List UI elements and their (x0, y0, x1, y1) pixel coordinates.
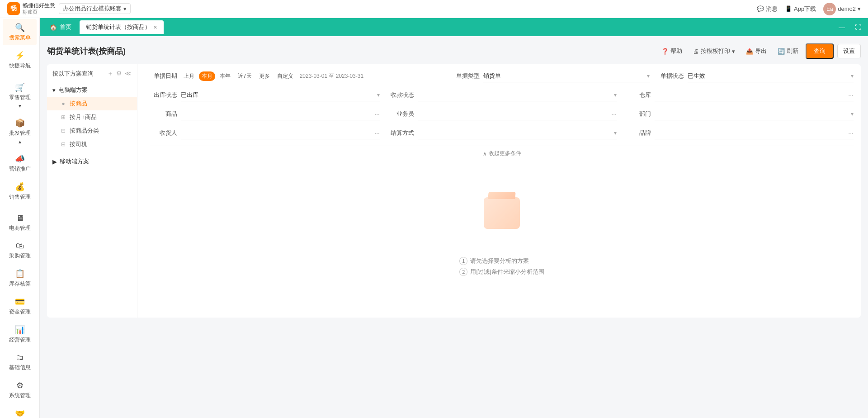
sidebar-item-basic[interactable]: 🗂 基础信息 (3, 349, 37, 375)
sidebar-item-enterprise[interactable]: 🤝 企业协同 (3, 405, 37, 418)
user-chevron-icon: ▾ (858, 5, 861, 12)
basic-icon: 🗂 (16, 353, 24, 362)
sidebar-item-finance[interactable]: 💳 资金管理 (3, 293, 37, 319)
date-tabs: 上月 本月 本年 近7天 更多 自定义 (181, 71, 296, 81)
empty-step-2: 2 用[过滤]条件来缩小分析范围 (459, 268, 544, 276)
filter-salesman-control[interactable]: ··· (418, 108, 617, 120)
sidebar-item-operations[interactable]: 📊 经营管理 (3, 321, 37, 347)
filter-outstatus-label: 出库状态 (150, 91, 177, 99)
export-label: 导出 (755, 47, 767, 55)
empty-state: 1 请先选择要分析的方案 2 用[过滤]条件来缩小分析范围 (150, 161, 854, 312)
mobile-expand-icon: ▶ (52, 158, 57, 165)
date-tab-more[interactable]: 更多 (256, 71, 273, 81)
retail-icon: 🛒 (15, 82, 25, 92)
sidebar-item-purchase[interactable]: 🛍 采购管理 (3, 238, 37, 263)
logo-sub: 标账页 (23, 9, 55, 15)
retail-expand-icon: ▾ (19, 103, 21, 109)
tab-close-icon[interactable]: ✕ (153, 24, 157, 30)
sidebar-item-marketing[interactable]: 📣 营销推广 (3, 150, 37, 176)
empty-box-illustration (484, 197, 520, 229)
sales-icon: 💰 (15, 182, 25, 192)
mobile-group-label: 移动端方案 (60, 157, 89, 166)
step-2-text: 用[过滤]条件来缩小分析范围 (470, 268, 544, 276)
sidebar-item-retail[interactable]: 🛒 零售管理 ▾ (3, 79, 37, 113)
filter-row-3: 商品 ··· 业务员 ··· 部门 (150, 108, 854, 120)
filter-warehouse-control[interactable]: ··· (655, 89, 854, 101)
filter-doctype-value: 销货单 (483, 72, 501, 80)
page-title: 销货单统计表(按商品) (47, 46, 126, 57)
help-icon: ❓ (661, 48, 669, 55)
goods-dots-icon[interactable]: ··· (374, 110, 380, 118)
filter-brand-label: 品牌 (624, 129, 651, 137)
query-btn[interactable]: 查询 (806, 43, 834, 59)
filter-recipient-control[interactable]: ··· (181, 127, 380, 139)
tab-minimize-icon[interactable]: — (835, 21, 848, 33)
filter-recvstatus-control[interactable]: ▾ (418, 89, 617, 101)
username: demo2 (838, 5, 856, 12)
sidebar-item-search[interactable]: 🔍 搜索菜单 (3, 19, 37, 45)
sidebar-search-label: 搜索菜单 (9, 34, 31, 42)
sidebar-item-system[interactable]: ⚙ 系统管理 (3, 377, 37, 403)
settings-btn[interactable]: 设置 (837, 44, 861, 58)
filter-row-4: 收货人 ··· 结算方式 ▾ 品牌 (150, 127, 854, 139)
filter-outstatus-field: 出库状态 已出库 ▾ (150, 89, 380, 101)
warehouse-dots-icon[interactable]: ··· (848, 91, 854, 99)
filter-goods-label: 商品 (150, 110, 177, 118)
sidebar-purchase-label: 采购管理 (9, 252, 31, 260)
recipient-dots-icon[interactable]: ··· (374, 129, 380, 137)
payment-dropdown-icon: ▾ (614, 130, 617, 136)
scheme-collapse-icon[interactable]: ≪ (125, 70, 132, 78)
filter-doctype-control[interactable]: 销货单 ▾ (483, 70, 649, 82)
collapse-btn[interactable]: ∧ 收起更多条件 (150, 146, 854, 161)
filter-recipient-label: 收货人 (150, 129, 177, 137)
refresh-btn[interactable]: 🔄 刷新 (774, 45, 802, 57)
filter-docstatus-field: 单据状态 已生效 ▾ (657, 70, 854, 82)
scheme-settings-icon[interactable]: ⚙ (116, 70, 122, 78)
print-icon: 🖨 (693, 48, 699, 55)
filter-docstatus-control[interactable]: 已生效 ▾ (688, 70, 854, 82)
filter-goods-control[interactable]: ··· (181, 108, 380, 120)
sidebar-operations-label: 经营管理 (9, 336, 31, 344)
sidebar-item-quicknav[interactable]: ⚡ 快捷导航 (3, 47, 37, 73)
desktop-group-label: 电脑端方案 (58, 86, 88, 94)
step-2-num: 2 (459, 268, 467, 276)
help-btn[interactable]: ❓ 帮助 (658, 45, 686, 57)
scheme-item-by-goods[interactable]: ● 按商品 (47, 97, 137, 110)
tab-maximize-icon[interactable]: ⛶ (852, 21, 864, 33)
step-1-text: 请先选择要分析的方案 (470, 257, 529, 265)
tab-report[interactable]: 销货单统计表（按商品） ✕ (80, 20, 164, 34)
message-btn[interactable]: 💬 消息 (757, 5, 778, 13)
sidebar-item-wholesale[interactable]: 📦 批发管理 ▴ (3, 114, 37, 148)
workspace-selector[interactable]: 办公用品行业模拟账套 ▾ (59, 3, 131, 14)
sidebar-item-sales[interactable]: 💰 销售管理 (3, 178, 37, 204)
filter-row-1: 单据日期 上月 本月 本年 近7天 更多 自定义 2023-03-01 至 20… (150, 70, 854, 82)
brand-dots-icon[interactable]: ··· (848, 129, 854, 137)
scheme-group-mobile-header[interactable]: ▶ 移动端方案 (47, 155, 137, 168)
filter-brand-control[interactable]: ··· (655, 127, 854, 139)
filter-dept-control[interactable]: ▾ (655, 108, 854, 120)
user-area[interactable]: Ea demo2 ▾ (823, 3, 861, 15)
date-tab-this-month[interactable]: 本月 (199, 71, 215, 81)
scheme-item-by-month-goods[interactable]: ⊞ 按月+商品 (47, 110, 137, 124)
print-btn[interactable]: 🖨 按模板打印 ▾ (689, 45, 739, 57)
by-month-goods-icon: ⊞ (60, 114, 67, 120)
filter-outstatus-control[interactable]: 已出库 ▾ (181, 89, 380, 101)
date-tab-custom[interactable]: 自定义 (274, 71, 296, 81)
tab-home[interactable]: 🏠 首页 (43, 20, 78, 34)
filter-payment-control[interactable]: ▾ (418, 127, 617, 139)
logo-area: 畅 畅捷信好生意 标账页 (7, 2, 55, 15)
scheme-group-desktop-header[interactable]: ▾ 电脑端方案 (47, 83, 137, 97)
sidebar-item-ecommerce[interactable]: 🖥 电商管理 (3, 210, 37, 236)
date-tab-last-month[interactable]: 上月 (181, 71, 197, 81)
scheme-add-btn[interactable]: ＋ (107, 70, 113, 78)
scheme-item-by-category[interactable]: ⊟ 按商品分类 (47, 124, 137, 138)
dept-dropdown-icon: ▾ (851, 111, 854, 117)
scheme-item-by-cashier[interactable]: ⊟ 按司机 (47, 138, 137, 151)
sidebar-item-inventory[interactable]: 📋 库存核算 (3, 265, 37, 291)
app-download-btn[interactable]: 📱 App下载 (785, 5, 816, 13)
date-tab-7days[interactable]: 近7天 (235, 71, 255, 81)
date-tab-this-year[interactable]: 本年 (217, 71, 233, 81)
export-btn[interactable]: 📤 导出 (742, 45, 770, 57)
salesman-dots-icon[interactable]: ··· (611, 110, 617, 118)
sidebar-marketing-label: 营销推广 (9, 165, 31, 173)
